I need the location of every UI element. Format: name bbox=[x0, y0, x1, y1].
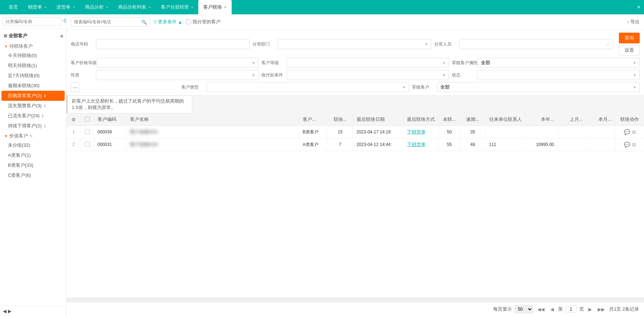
nav-sales-order[interactable]: 销货单 × bbox=[23, 0, 51, 14]
query-button[interactable]: 查询 bbox=[619, 33, 640, 43]
first-page-button[interactable]: ◀◀ bbox=[536, 306, 546, 313]
price-level-select[interactable]: ▼ bbox=[97, 58, 259, 68]
sidebar-content: ⊞ 全部客户 ◀ ▼ 待联络客户 今天待联络(0) 明天待联络(1) 近7天待联… bbox=[0, 29, 66, 306]
page-number-input[interactable] bbox=[566, 306, 576, 313]
nav-close-customer-contact[interactable]: × bbox=[224, 5, 226, 9]
settings-button[interactable]: 设置 bbox=[619, 45, 640, 56]
cell-last-date: 2023-04-12 14:44: bbox=[353, 138, 403, 151]
row-checkbox[interactable] bbox=[85, 129, 90, 134]
nav-close-sales-order[interactable]: × bbox=[44, 5, 46, 9]
sidebar-all-customers[interactable]: ⊞ 全部客户 ◀ bbox=[0, 30, 66, 41]
grid-icon: ⊞ bbox=[4, 33, 7, 38]
sidebar-item-today[interactable]: 今天待联络(0) bbox=[0, 51, 66, 61]
cell-last-way[interactable]: 下销货单 bbox=[403, 138, 439, 151]
field-retail-customer: 零散客户 全部 ▼ bbox=[412, 82, 640, 92]
sidebar-search-input[interactable] bbox=[3, 17, 62, 26]
link-icon[interactable]: ⧉ bbox=[632, 129, 636, 135]
last-way-link[interactable]: 下销货单 bbox=[407, 142, 426, 147]
my-customer-checkbox[interactable]: 我分管的客户 bbox=[186, 19, 221, 25]
customer-table: ⚙ 客户编码 客户名称 客户... bbox=[66, 113, 644, 151]
payment-select[interactable]: ▼ bbox=[287, 70, 449, 80]
sidebar-item-overdue[interactable]: 逾期未联络(30) bbox=[0, 81, 66, 91]
prev-page-button[interactable]: ◀ bbox=[549, 306, 555, 313]
phone-input[interactable] bbox=[96, 39, 250, 49]
sidebar-item-tomorrow[interactable]: 明天待联络(1) bbox=[0, 61, 66, 71]
status-select[interactable]: ▼ bbox=[477, 70, 640, 80]
expand-icon: ▼ bbox=[4, 44, 8, 48]
checkbox-icon[interactable] bbox=[186, 19, 191, 24]
chat-icon[interactable]: 💬 bbox=[624, 142, 630, 147]
filter-bar: 🔍 ▽ 更多条件 ▲ 我分管的客户 ↑ 导出 bbox=[66, 14, 644, 30]
sidebar-group-pending[interactable]: ▼ 待联络客户 bbox=[0, 41, 66, 51]
top-nav: 首页 销货单 × 进货单 × 商品分析 × 商品分析列表 × 客户分层经营 × … bbox=[0, 0, 644, 14]
export-icon: ↑ bbox=[627, 19, 630, 25]
content-area: 🔍 ▽ 更多条件 ▲ 我分管的客户 ↑ 导出 电话号码 bbox=[66, 14, 644, 316]
sidebar-item-class-a[interactable]: A类客户(1) bbox=[0, 150, 66, 160]
per-page-select[interactable]: 50 100 bbox=[515, 305, 533, 313]
more-conditions-button[interactable]: ▽ 更多条件 ▲ bbox=[153, 19, 182, 25]
next-page-button[interactable]: ▶ bbox=[587, 306, 593, 313]
th-settings[interactable]: ⚙ bbox=[66, 113, 81, 126]
horizontal-scrollbar[interactable] bbox=[66, 298, 644, 302]
cell-action: 💬 ⧉ bbox=[615, 126, 644, 138]
cell-thismonth bbox=[587, 138, 615, 151]
export-button[interactable]: ↑ 导出 bbox=[627, 19, 640, 25]
sidebar-item-declining[interactable]: 持续下滑客户(2) ℹ bbox=[0, 121, 66, 131]
sidebar-group-value[interactable]: ▼ 价值客户 ✎ bbox=[0, 131, 66, 140]
column-settings-icon[interactable]: ⚙ bbox=[71, 117, 76, 122]
cell-name: 客户名称XXX bbox=[126, 126, 299, 138]
cell-thismonth bbox=[587, 126, 615, 138]
nav-product-analysis-list[interactable]: 商品分析列表 × bbox=[113, 0, 156, 14]
nav-home[interactable]: 首页 bbox=[4, 0, 23, 14]
nav-customer-segment[interactable]: 客户分层经营 × bbox=[156, 0, 198, 14]
chat-icon[interactable]: 💬 bbox=[624, 129, 630, 135]
select-all-checkbox[interactable] bbox=[85, 117, 90, 122]
sidebar-bottom-nav[interactable]: ◀ ▶ bbox=[0, 306, 66, 316]
sidebar-item-churn-warning[interactable]: 流失预警客户(3) ℹ bbox=[0, 101, 66, 111]
retail-customer-select[interactable]: 全部 ▼ bbox=[437, 82, 640, 92]
filter-row-1: 电话号码 分管部门 ▼ 分管人员 ··· bbox=[71, 33, 640, 56]
nav-purchase-order[interactable]: 进货单 × bbox=[51, 0, 80, 14]
cell-check[interactable] bbox=[81, 126, 94, 138]
sidebar-item-class-b[interactable]: B类客户(33) bbox=[0, 160, 66, 170]
sidebar: 🔍 ⊞ 全部客户 ◀ ▼ 待联络客户 今天待联络(0) 明天待联络(1) 近7天… bbox=[0, 14, 66, 316]
cell-num: 2 bbox=[66, 138, 81, 151]
sidebar-collapse-icon[interactable]: ◀ bbox=[60, 34, 62, 38]
branch-dept-select[interactable]: ▼ bbox=[278, 39, 431, 49]
cell-action: 💬 ⧉ bbox=[615, 138, 644, 151]
sidebar-item-repurchase-anomaly[interactable]: 回购异常客户(2) ℹ bbox=[1, 91, 65, 101]
window-close-icon[interactable]: × bbox=[637, 4, 640, 10]
nav-close-purchase-order[interactable]: × bbox=[73, 5, 75, 9]
last-way-link[interactable]: 下销货单 bbox=[407, 129, 426, 135]
nav-close-product-analysis-list[interactable]: × bbox=[148, 5, 150, 9]
sidebar-item-7days[interactable]: 近7天待联络(0) bbox=[0, 71, 66, 81]
branch-person-select[interactable]: ··· bbox=[459, 39, 613, 49]
nav-product-analysis[interactable]: 商品分析 × bbox=[80, 0, 113, 14]
sidebar-item-churned[interactable]: 已流失客户(24) ℹ bbox=[0, 111, 66, 121]
link-icon[interactable]: ⧉ bbox=[632, 142, 636, 148]
nav-close-customer-segment[interactable]: × bbox=[191, 5, 193, 9]
nav-close-product-analysis[interactable]: × bbox=[106, 5, 108, 9]
edit-icon[interactable]: ✎ bbox=[29, 134, 33, 138]
th-checkbox[interactable] bbox=[81, 113, 94, 126]
dots-icon[interactable]: ··· bbox=[606, 41, 610, 47]
row-checkbox[interactable] bbox=[85, 142, 90, 147]
gender-select[interactable]: ▼ bbox=[96, 70, 259, 80]
cell-lastmonth bbox=[558, 138, 587, 151]
more-dots-field[interactable]: ··· bbox=[71, 82, 80, 92]
last-page-button[interactable]: ▶▶ bbox=[596, 306, 606, 313]
retail-attr-select[interactable]: 全部 ▼ bbox=[478, 58, 640, 68]
cell-last-way[interactable]: 下销货单 bbox=[403, 126, 439, 138]
sidebar-item-class-c[interactable]: C类客户(6) bbox=[0, 170, 66, 180]
table-row: 1 000039 客户名称XXX B类客户 15 2023-04-17 14:1… bbox=[66, 126, 644, 138]
sidebar-search-button[interactable]: 🔍 bbox=[63, 19, 66, 24]
nav-customer-contact[interactable]: 客户联络 × bbox=[198, 0, 231, 14]
customer-level-select[interactable]: ▼ bbox=[287, 58, 449, 68]
advanced-filter: 电话号码 分管部门 ▼ 分管人员 ··· bbox=[66, 30, 644, 95]
sidebar-item-ungrouped[interactable]: 未分组(32) bbox=[0, 140, 66, 150]
table-container[interactable]: ⚙ 客户编码 客户名称 客户... bbox=[66, 113, 644, 298]
main-search-input[interactable] bbox=[71, 17, 150, 27]
customer-type-select[interactable]: ▼ bbox=[207, 82, 409, 92]
cell-check[interactable] bbox=[81, 138, 94, 151]
filter-row-3: 性质 ▼ 收付款条件 ▼ 状态 bbox=[71, 70, 640, 80]
